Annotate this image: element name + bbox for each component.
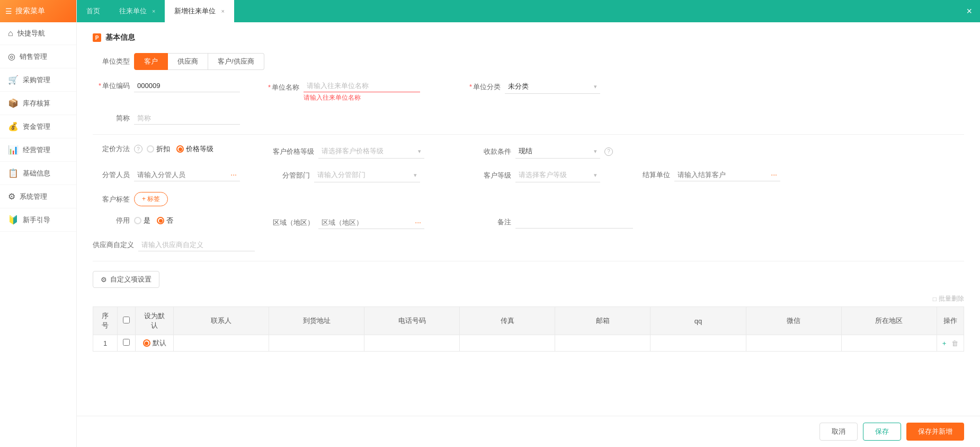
row-checkbox[interactable] — [123, 339, 130, 346]
qq-input[interactable] — [656, 339, 740, 347]
type-btn-customer[interactable]: 客户 — [134, 53, 168, 70]
region-input-wrapper: ··· — [318, 216, 424, 229]
customer-level-select[interactable]: 请选择客户等级 ▾ — [515, 168, 600, 182]
pricing-row: 定价方法 ? 折扣 价格等级 客户价格等级 — [93, 144, 964, 159]
customer-price-select[interactable]: 请选择客户价格等级 ▾ — [318, 144, 424, 159]
row-contact[interactable] — [174, 335, 269, 352]
sidebar-item-purchase[interactable]: 🛒 采购管理 — [0, 68, 76, 92]
basic-info-icon: 📋 — [8, 168, 19, 178]
row-default: 默认 — [136, 335, 174, 352]
radio-price-level[interactable]: 价格等级 — [176, 144, 213, 154]
sidebar-item-inventory[interactable]: 📦 库存核算 — [0, 92, 76, 115]
sidebar-item-system[interactable]: ⚙ 系统管理 — [0, 185, 76, 208]
settle-unit-input-wrapper: ··· — [674, 168, 780, 181]
row-phone[interactable] — [364, 335, 460, 352]
phone-input[interactable] — [370, 339, 454, 347]
sidebar-item-quick-nav[interactable]: ⌂ 快捷导航 — [0, 22, 76, 45]
unit-category-select[interactable]: 未分类 ▾ — [505, 80, 600, 94]
email-input[interactable] — [560, 339, 645, 347]
sidebar-item-label: 系统管理 — [20, 192, 47, 201]
abbr-input[interactable] — [134, 112, 240, 125]
finance-icon: 💰 — [8, 121, 19, 132]
sidebar-item-label: 经营管理 — [23, 145, 50, 155]
note-input[interactable] — [515, 216, 633, 229]
dept-select[interactable]: 请输入分管部门 ▾ — [314, 168, 420, 182]
radio-no[interactable]: 否 — [157, 216, 173, 225]
row-wechat[interactable] — [746, 335, 841, 352]
row-fax[interactable] — [460, 335, 555, 352]
row-address[interactable] — [269, 335, 364, 352]
cancel-button[interactable]: 取消 — [819, 423, 858, 441]
payment-terms-value: 现结 — [519, 146, 592, 156]
close-all-tabs[interactable]: × — [958, 6, 980, 16]
sidebar-item-guide[interactable]: 🔰 新手引导 — [0, 208, 76, 232]
manager-group: 分管人员 ··· — [93, 168, 273, 181]
customer-level-group: 客户等级 请选择客户等级 ▾ — [474, 168, 633, 182]
customer-price-label: 客户价格等级 — [273, 147, 314, 156]
region-group: 区域（地区） ··· — [273, 216, 474, 229]
radio-discount[interactable]: 折扣 — [147, 144, 170, 154]
tab-new-partner[interactable]: 新增往来单位 × — [165, 0, 234, 22]
type-btn-supplier[interactable]: 供应商 — [168, 53, 208, 70]
col-region: 所在地区 — [841, 307, 937, 335]
unit-name-input[interactable] — [304, 80, 420, 92]
add-row-btn[interactable]: + — [942, 339, 947, 347]
table-body: 1 默认 — [93, 335, 964, 352]
abbr-label: 简称 — [93, 113, 130, 123]
form-footer: 取消 保存 保存并新增 — [77, 416, 980, 447]
col-phone: 电话号码 — [364, 307, 460, 335]
row-region[interactable] — [841, 335, 937, 352]
row-qq[interactable] — [651, 335, 746, 352]
save-and-new-button[interactable]: 保存并新增 — [906, 423, 964, 441]
radio-yes[interactable]: 是 — [134, 216, 150, 225]
manager-dots-btn[interactable]: ··· — [230, 170, 237, 179]
payment-terms-label: 收款条件 — [474, 147, 511, 156]
settle-unit-dots-btn[interactable]: ··· — [771, 170, 777, 179]
col-fax: 传真 — [460, 307, 555, 335]
tab-home[interactable]: 首页 — [77, 0, 110, 22]
sidebar-item-sales[interactable]: ◎ 销售管理 — [0, 45, 76, 68]
pricing-help-icon[interactable]: ? — [134, 145, 142, 153]
add-tag-button[interactable]: + 标签 — [134, 192, 168, 206]
customer-tag-row: 客户标签 + 标签 — [93, 192, 964, 206]
sidebar-item-operations[interactable]: 📊 经营管理 — [0, 138, 76, 162]
sidebar-item-finance[interactable]: 💰 资金管理 — [0, 115, 76, 138]
form-content: P 基本信息 单位类型 客户 供应商 客户/供应商 *单位编码 — [77, 22, 980, 416]
payment-help-icon[interactable]: ? — [604, 147, 613, 156]
supplier-custom-input[interactable] — [138, 239, 255, 251]
note-label: 备注 — [474, 217, 511, 227]
tab-partner-list-close[interactable]: × — [152, 8, 155, 14]
unit-code-input[interactable] — [134, 80, 240, 92]
table-head: 序号 设为默认 联系人 到货地址 电话号码 传真 邮箱 qq 微信 所在地区 操… — [93, 307, 964, 335]
tab-partner-list[interactable]: 往来单位 × — [110, 0, 165, 22]
col-email: 邮箱 — [555, 307, 651, 335]
sidebar-search[interactable]: ☰ 搜索菜单 — [0, 0, 76, 22]
type-btn-both[interactable]: 客户/供应商 — [208, 53, 264, 70]
batch-delete-label[interactable]: 批量删除 — [939, 294, 964, 303]
radio-no-circle — [157, 217, 164, 224]
region-dots-btn[interactable]: ··· — [415, 218, 421, 226]
contact-input[interactable] — [179, 339, 263, 347]
save-button[interactable]: 保存 — [863, 423, 901, 441]
wechat-input[interactable] — [752, 339, 836, 347]
region-input2[interactable] — [847, 339, 931, 347]
dept-label: 分管部门 — [273, 171, 310, 180]
settle-unit-input[interactable] — [678, 171, 771, 179]
unit-code-label: *单位编码 — [93, 81, 130, 91]
default-radio-label: 默认 — [153, 338, 166, 348]
unit-name-error-msg: 请输入往来单位名称 — [304, 93, 420, 102]
tab-new-partner-close[interactable]: × — [221, 8, 224, 14]
row-email[interactable] — [555, 335, 651, 352]
select-all-checkbox[interactable] — [123, 317, 130, 323]
row-default-radio[interactable]: 默认 — [141, 338, 168, 348]
address-input[interactable] — [274, 339, 359, 347]
radio-discount-circle — [147, 145, 154, 153]
fax-input[interactable] — [465, 339, 549, 347]
guide-icon: 🔰 — [8, 215, 19, 225]
manager-input[interactable] — [137, 171, 230, 179]
custom-settings-button[interactable]: ⚙ 自定义项设置 — [93, 271, 159, 288]
region-input[interactable] — [322, 218, 415, 226]
delete-row-btn[interactable]: 🗑 — [951, 339, 958, 347]
payment-terms-select[interactable]: 现结 ▾ — [515, 144, 600, 159]
sidebar-item-basic-info[interactable]: 📋 基础信息 — [0, 162, 76, 185]
